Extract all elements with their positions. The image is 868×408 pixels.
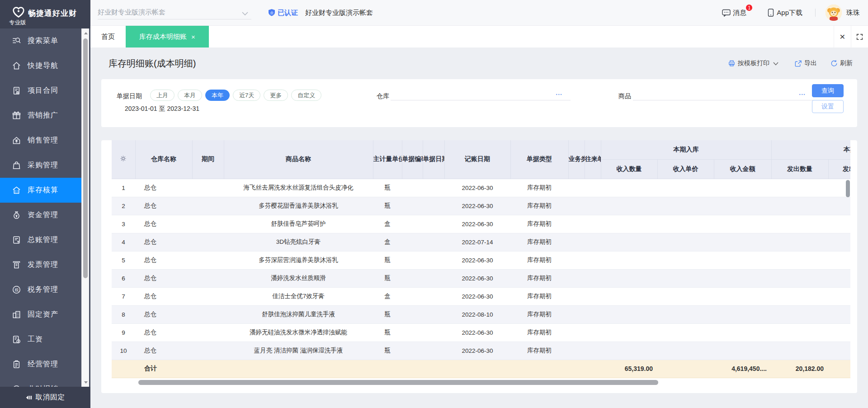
cell bbox=[402, 179, 423, 197]
gear-icon[interactable] bbox=[112, 140, 135, 179]
cell bbox=[423, 360, 444, 378]
quick-range-上月[interactable]: 上月 bbox=[150, 90, 175, 101]
sidebar-scroll-thumb[interactable] bbox=[83, 38, 88, 278]
sidebar-item-经营管理[interactable]: 经营管理 bbox=[0, 352, 81, 377]
table-scroll-area: 仓库名称期间商品名称主计量单位单据编码单据日期记账日期单据类型业务类型往来单位本… bbox=[112, 140, 850, 378]
sidebar-item-快捷导航[interactable]: 快捷导航 bbox=[0, 53, 81, 78]
username[interactable]: 珠珠 bbox=[846, 9, 860, 17]
table-row[interactable]: 10总仓蓝月亮 清洁抑菌 滋润保湿洗手液瓶2022-06-30库存期初 bbox=[112, 342, 850, 360]
cell bbox=[568, 215, 585, 233]
verified-badge: 企 已认证 bbox=[268, 9, 298, 17]
quick-range-本年[interactable]: 本年 bbox=[205, 90, 230, 101]
column-header-期间[interactable]: 期间 bbox=[192, 140, 224, 179]
table-row[interactable]: 7总仓佳洁士全优7效牙膏盒2022-06-30库存期初 bbox=[112, 287, 850, 305]
print-by-template-button[interactable]: 按模板打印 bbox=[728, 59, 781, 67]
cell bbox=[601, 215, 657, 233]
table-row[interactable]: 8总仓舒肤佳泡沫抑菌儿童洗手液瓶2022-08-10库存期初 bbox=[112, 305, 850, 323]
scroll-up-icon[interactable] bbox=[82, 29, 90, 37]
sidebar-item-营销推广[interactable]: 营销推广 bbox=[0, 103, 81, 128]
quick-range-本月[interactable]: 本月 bbox=[178, 90, 202, 101]
close-button[interactable]: × bbox=[834, 26, 851, 47]
chevron-down-icon[interactable] bbox=[773, 60, 781, 67]
query-button[interactable]: 查询 bbox=[812, 84, 844, 97]
sidebar-item-总账管理[interactable]: 总账管理 bbox=[0, 228, 81, 252]
quick-range-更多[interactable]: 更多 bbox=[264, 90, 288, 101]
cell bbox=[714, 287, 771, 305]
sidebar-item-项目合同[interactable]: 项目合同 bbox=[0, 78, 81, 103]
table-row[interactable]: 1总仓海飞丝去屑洗发水丝源复活组合头皮净化瓶2022-06-30库存期初 bbox=[112, 179, 850, 197]
table-row[interactable]: 5总仓多芬深层营润滋养美肤沐浴乳瓶2022-06-30库存期初 bbox=[112, 251, 850, 269]
table-vertical-scroll-thumb[interactable] bbox=[846, 180, 850, 197]
column-header-单据类型[interactable]: 单据类型 bbox=[510, 140, 568, 179]
unpin-sidebar-button[interactable]: 取消固定 bbox=[0, 387, 90, 408]
column-header-业务类型[interactable]: 业务类型 bbox=[568, 140, 585, 179]
table-horizontal-scrollbar[interactable] bbox=[112, 380, 850, 385]
settings-button[interactable]: 设置 bbox=[812, 100, 844, 113]
cell bbox=[402, 215, 423, 233]
sidebar-item-发票管理[interactable]: 发票管理 bbox=[0, 252, 81, 277]
table-row[interactable]: 4总仓3D钻亮炫白牙膏盒2022-07-14库存期初 bbox=[112, 233, 850, 251]
column-header-往来单位[interactable]: 往来单位 bbox=[585, 140, 601, 179]
cell bbox=[402, 323, 423, 342]
column-header-收入数量[interactable]: 收入数量 bbox=[601, 159, 657, 179]
scroll-down-icon[interactable] bbox=[82, 379, 90, 386]
avatar[interactable] bbox=[826, 5, 842, 21]
table-row[interactable]: 6总仓潘婷洗发水丝质顺滑瓶2022-06-30库存期初 bbox=[112, 269, 850, 287]
sidebar-item-label: 库存核算 bbox=[28, 185, 58, 195]
column-header-发出数量[interactable]: 发出数量 bbox=[771, 159, 828, 179]
export-button[interactable]: 导出 bbox=[794, 59, 817, 67]
account-select[interactable]: 好业财专业版演示帐套 bbox=[98, 6, 251, 19]
tab-label: 库存成本明细账 bbox=[139, 33, 187, 41]
column-header-记账日期[interactable]: 记账日期 bbox=[444, 140, 510, 179]
sidebar-item-库存核算[interactable]: 库存核算 bbox=[0, 178, 81, 203]
product-picker-icon[interactable]: ... bbox=[799, 89, 806, 96]
svg-text:税: 税 bbox=[14, 288, 19, 292]
quick-range-近7天[interactable]: 近7天 bbox=[233, 90, 260, 101]
app-download-button[interactable]: App下载 bbox=[767, 9, 802, 17]
sidebar-item-搜索菜单[interactable]: 搜索菜单 bbox=[0, 28, 81, 53]
group-header-inbound: 本期入库 bbox=[601, 140, 771, 159]
cell: 库存期初 bbox=[510, 179, 568, 197]
cell bbox=[224, 360, 373, 378]
column-header-收入单价[interactable]: 收入单价 bbox=[657, 159, 714, 179]
cell: 2022-06-30 bbox=[444, 215, 510, 233]
refresh-button[interactable]: 刷新 bbox=[830, 59, 853, 67]
sidebar-item-label: 销售管理 bbox=[28, 136, 58, 145]
cell: 多芬樱花甜香滋养美肤沐浴乳 bbox=[224, 197, 373, 215]
sidebar-item-资金管理[interactable]: 资金管理 bbox=[0, 203, 81, 228]
sidebar-item-税务管理[interactable]: 税税务管理 bbox=[0, 277, 81, 302]
sidebar-item-销售管理[interactable]: 销售管理 bbox=[0, 128, 81, 153]
tab-home[interactable]: 首页 bbox=[90, 26, 126, 47]
fullscreen-button[interactable] bbox=[851, 26, 868, 47]
sidebar-item-label: 税务管理 bbox=[28, 285, 58, 294]
tab-inventory-cost-detail[interactable]: 库存成本明细账 × bbox=[126, 26, 209, 47]
quick-range-自定义[interactable]: 自定义 bbox=[291, 90, 321, 101]
messages-button[interactable]: 消息 1 bbox=[722, 9, 746, 17]
cell: 库存期初 bbox=[510, 251, 568, 269]
tab-close-icon[interactable]: × bbox=[191, 33, 195, 41]
column-header-单据编码[interactable]: 单据编码 bbox=[402, 140, 423, 179]
warehouse-input[interactable]: ... bbox=[391, 88, 571, 100]
product-input[interactable]: ... bbox=[633, 88, 814, 100]
column-header-仓库名称[interactable]: 仓库名称 bbox=[135, 140, 192, 179]
table-horizontal-scroll-thumb[interactable] bbox=[138, 380, 658, 385]
column-header-单据日期[interactable]: 单据日期 bbox=[423, 140, 444, 179]
column-header-发出单价[interactable]: 发出单价 bbox=[828, 159, 850, 179]
warehouse-picker-icon[interactable]: ... bbox=[556, 89, 562, 96]
cell bbox=[601, 179, 657, 197]
search-menu-icon bbox=[12, 36, 21, 46]
sidebar-scrollbar[interactable] bbox=[81, 28, 89, 387]
sidebar-item-采购管理[interactable]: 采购管理 bbox=[0, 153, 81, 178]
column-header-收入金额[interactable]: 收入金额 bbox=[714, 159, 771, 179]
table-row[interactable]: 9总仓潘婷无硅油洗发水微米净透排浊赋能瓶2022-06-30库存期初 bbox=[112, 323, 850, 342]
cell bbox=[510, 360, 568, 378]
table-row[interactable]: 3总仓舒肤佳香皂芦荟呵护盒2022-06-30库存期初 bbox=[112, 215, 850, 233]
cell: 4 bbox=[112, 233, 135, 251]
cell bbox=[423, 251, 444, 269]
column-header-主计量单位[interactable]: 主计量单位 bbox=[373, 140, 402, 179]
table-row[interactable]: 2总仓多芬樱花甜香滋养美肤沐浴乳瓶2022-06-30库存期初 bbox=[112, 197, 850, 215]
sidebar-item-固定资产[interactable]: 固定资产 bbox=[0, 302, 81, 327]
sidebar-item-业财报销[interactable]: 业财报销 bbox=[0, 377, 81, 387]
sidebar-item-工资[interactable]: 工资 bbox=[0, 327, 81, 352]
column-header-商品名称[interactable]: 商品名称 bbox=[224, 140, 373, 179]
